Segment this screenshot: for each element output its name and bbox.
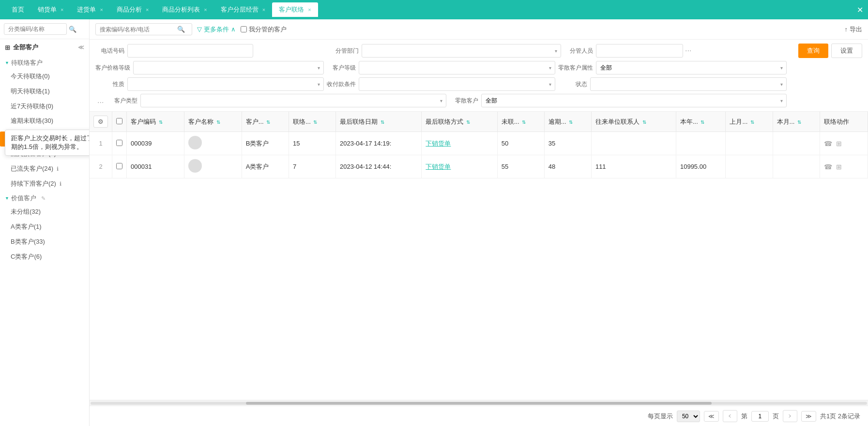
contact-icon-1[interactable]: ☎ [824,163,832,171]
more-action-icon-0[interactable]: ⊞ [836,140,842,147]
sidebar-search-input[interactable] [4,23,67,35]
price-grade-field: 客户价格等级 ▾ [95,61,324,74]
sort-contact-icon[interactable]: ⇅ [313,119,317,125]
row-checkbox-1[interactable] [112,155,127,178]
my-customer-checkbox-area[interactable]: 我分管的客户 [241,25,287,34]
setting-button[interactable]: 设置 [831,44,862,58]
horizontal-scrollbar[interactable] [90,400,868,406]
cell-last-month-0 [726,132,773,155]
edit-icon[interactable]: ✎ [41,195,46,202]
export-button[interactable]: ↑ 导出 [845,25,863,34]
close-purchase-tab[interactable]: × [100,7,103,13]
manager-more-dots[interactable]: ··· [683,46,693,55]
close-sales-tab[interactable]: × [61,7,63,13]
row-checkbox-0[interactable] [112,132,127,155]
close-window-button[interactable]: ✕ [857,5,863,15]
tab-purchase[interactable]: 进货单 × [70,2,109,17]
manager-input[interactable] [596,44,683,58]
cell-uncontact-0: 50 [497,132,544,155]
sort-code-icon[interactable]: ⇅ [159,119,163,125]
cell-contact-0: 15 [289,132,335,155]
sort-partner-icon[interactable]: ⇅ [642,119,646,125]
more-action-icon-1[interactable]: ⊞ [836,163,842,171]
select-all-checkbox[interactable] [116,118,122,124]
close-product-analysis-list-tab[interactable]: × [204,7,207,13]
last-page-button[interactable]: ≫ [801,411,816,422]
tab-customer-contact[interactable]: 客户联络 × [272,2,318,17]
close-product-analysis-tab[interactable]: × [146,7,149,13]
payment-select[interactable] [359,77,555,91]
cell-code-0: 000039 [127,132,184,155]
cell-partner-0 [591,132,676,155]
sidebar-item-ungrouped[interactable]: 未分组(32) [0,205,89,220]
retail-customer-select-wrap: 全部 ▾ [481,94,787,107]
cell-last-way-0[interactable]: 下销货单 [422,132,497,155]
tab-customer-tier[interactable]: 客户分层经营 × [214,2,272,17]
sort-overdue-icon[interactable]: ⇅ [569,119,573,125]
page-input[interactable] [751,411,769,422]
sidebar-item-tomorrow[interactable]: 明天待联络(1) [0,84,89,99]
query-button[interactable]: 查询 [798,44,828,58]
sort-last-date-icon[interactable]: ⇅ [381,119,384,125]
sidebar-search-icon[interactable]: 🔍 [69,26,76,33]
nature-select[interactable] [127,77,324,91]
sidebar-item-churned[interactable]: 已流失客户(24) ℹ [0,162,89,176]
more-conditions-btn[interactable]: ▽ 更多条件 ∧ [197,25,236,34]
status-select[interactable] [590,77,787,91]
tab-sales[interactable]: 销货单 × [31,2,70,17]
close-customer-tier-tab[interactable]: × [262,7,265,13]
sort-this-year-icon[interactable]: ⇅ [700,119,704,125]
sort-this-month-icon[interactable]: ⇅ [797,119,801,125]
cell-name-0 [184,132,242,155]
tab-home[interactable]: 首页 [5,2,31,17]
first-page-button[interactable]: ≪ [704,411,719,422]
sort-last-month-icon[interactable]: ⇅ [750,119,754,125]
export-icon: ↑ [845,26,848,33]
search-icon[interactable]: 🔍 [177,26,185,33]
table-row: 1 000039 B类客户 15 2023-04-17 14:19: 下销货单 … [90,132,868,155]
search-input[interactable] [100,26,177,33]
sidebar-item-c-class[interactable]: C类客户(6) [0,250,89,264]
dept-select[interactable] [362,44,561,58]
sidebar-item-overdue[interactable]: 逾期未联络(30) [0,114,89,129]
sidebar-item-today[interactable]: 今天待联络(0) [0,69,89,84]
sidebar-item-b-class[interactable]: B类客户(33) [0,235,89,250]
sort-uncontact-icon[interactable]: ⇅ [522,119,526,125]
customer-type-select[interactable] [140,94,446,107]
table-settings-button[interactable]: ⚙ [93,116,108,128]
retail-attr-select[interactable]: 全部 [596,61,787,74]
cell-last-way-1[interactable]: 下销货单 [422,155,497,178]
sidebar-group-pending[interactable]: ▼ 待联络客户 [0,56,89,69]
row4-more-dots[interactable]: ... [95,96,106,104]
sidebar-item-a-class[interactable]: A类客户(1) [0,220,89,235]
data-table-area: ⚙ 客户编码 ⇅ 客户名称 ⇅ [90,112,868,400]
price-grade-select[interactable] [133,61,324,74]
page-size-select[interactable]: 50 [677,411,700,422]
sidebar-all-customers[interactable]: ⊞ 全部客户 ≪ [0,39,89,56]
filter-bar: 🔍 ▽ 更多条件 ∧ 我分管的客户 ↑ 导出 [90,19,868,40]
last-way-link-0[interactable]: 下销货单 [426,140,451,147]
sort-class-icon[interactable]: ⇅ [266,119,270,125]
prev-page-button[interactable]: ﹤ [723,410,737,422]
tab-product-analysis-list[interactable]: 商品分析列表 × [155,2,213,17]
sidebar-item-declining[interactable]: 持续下滑客户(2) ℹ [0,176,89,191]
close-customer-contact-tab[interactable]: × [308,7,311,13]
sidebar-search-area: 🔍 [0,19,89,39]
adv-filter-row-2: 客户价格等级 ▾ 客户等级 ▾ 零散客户属性 [95,61,862,74]
sort-last-way-icon[interactable]: ⇅ [466,119,470,125]
sidebar-item-7days[interactable]: 近7天待联络(0) [0,99,89,114]
last-way-link-1[interactable]: 下销货单 [426,163,451,170]
tab-product-analysis[interactable]: 商品分析 × [110,2,155,17]
customer-grade-select[interactable] [359,61,555,74]
next-page-button[interactable]: ﹥ [783,410,797,422]
retail-customer-select[interactable]: 全部 [481,94,787,107]
cell-class-1: A类客户 [242,155,289,178]
my-customer-checkbox[interactable] [241,26,247,32]
phone-input[interactable] [127,44,253,58]
sort-name-icon[interactable]: ⇅ [216,119,220,125]
sidebar-collapse-icon[interactable]: ≪ [78,44,84,51]
scrollbar-thumb[interactable] [246,402,712,405]
sidebar-group-value[interactable]: ▼ 价值客户 ✎ [0,191,89,205]
main-layout: 🔍 ⊞ 全部客户 ≪ ▼ 待联络客户 今天待联络(0) 明天待联络(1) 近7天… [0,19,868,426]
contact-icon-0[interactable]: ☎ [824,140,832,147]
